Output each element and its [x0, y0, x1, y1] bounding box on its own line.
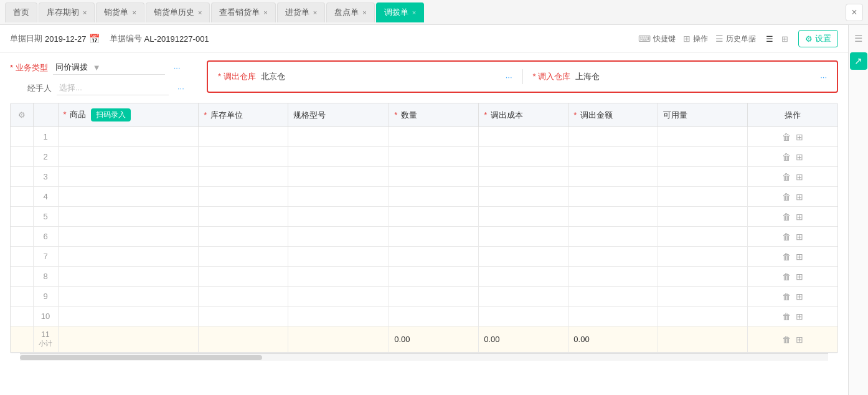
close-icon[interactable]: × [412, 9, 416, 16]
row-cost[interactable] [479, 207, 568, 227]
close-icon[interactable]: × [83, 9, 87, 16]
row-product[interactable] [58, 167, 199, 187]
calendar-icon[interactable]: 📅 [89, 34, 100, 44]
row-product[interactable] [58, 307, 199, 326]
row-qty[interactable] [389, 247, 479, 267]
row-cost[interactable] [479, 287, 568, 307]
row-spec[interactable] [288, 167, 389, 187]
row-amount[interactable] [568, 147, 658, 167]
tab-inventory-init[interactable]: 库存期初 × [39, 2, 95, 22]
row-qty[interactable] [389, 167, 479, 187]
row-amount[interactable] [568, 127, 658, 147]
row-amount[interactable] [568, 167, 658, 187]
row-product[interactable] [58, 187, 199, 207]
row-product[interactable] [58, 207, 199, 227]
tab-sales-order[interactable]: 销货单 × [96, 2, 144, 22]
tab-home[interactable]: 首页 [5, 2, 37, 22]
scrollbar-thumb[interactable] [20, 355, 262, 360]
tab-sales-history[interactable]: 销货单历史 × [146, 2, 210, 22]
row-amount[interactable] [568, 307, 658, 326]
tab-view-sales[interactable]: 查看销货单 × [211, 2, 275, 22]
row-product[interactable] [58, 127, 199, 147]
tab-inventory-check[interactable]: 盘点单 × [326, 2, 374, 22]
row-spec[interactable] [288, 267, 389, 287]
row-product[interactable] [58, 287, 199, 307]
row-spec[interactable] [288, 307, 389, 326]
row-spec[interactable] [288, 247, 389, 267]
copy-icon[interactable]: ⊞ [796, 252, 803, 262]
row-unit[interactable] [199, 127, 288, 147]
setting-button[interactable]: ⚙ 设置 [798, 30, 838, 47]
business-type-more-button[interactable]: ··· [174, 63, 181, 72]
settings-icon[interactable]: ⚙ [18, 110, 26, 120]
row-unit[interactable] [199, 267, 288, 287]
row-qty[interactable] [389, 187, 479, 207]
delete-icon[interactable]: 🗑 [782, 292, 791, 302]
scrollbar[interactable] [20, 353, 828, 361]
row-cost[interactable] [479, 167, 568, 187]
copy-icon[interactable]: ⊞ [796, 272, 803, 282]
copy-icon[interactable]: ⊞ [796, 292, 803, 302]
delete-icon[interactable]: 🗑 [782, 252, 791, 262]
delete-icon[interactable]: 🗑 [782, 152, 791, 162]
row-qty[interactable] [389, 127, 479, 147]
row-qty[interactable] [389, 207, 479, 227]
delete-icon[interactable]: 🗑 [782, 212, 791, 222]
close-icon[interactable]: × [132, 9, 136, 16]
operation-button[interactable]: ⊞ 操作 [683, 34, 708, 44]
row-qty[interactable] [389, 147, 479, 167]
layout-grid-icon[interactable]: ⊞ [778, 32, 791, 45]
tab-transfer-order[interactable]: 调拨单 × [376, 2, 424, 22]
row-unit[interactable] [199, 207, 288, 227]
row-cost[interactable] [479, 147, 568, 167]
layout-list-icon[interactable]: ☰ [763, 32, 776, 45]
delete-icon[interactable]: 🗑 [782, 172, 791, 182]
row-qty[interactable] [389, 267, 479, 287]
row-cost[interactable] [479, 187, 568, 207]
row-amount[interactable] [568, 207, 658, 227]
tab-purchase-order[interactable]: 进货单 × [277, 2, 325, 22]
delete-icon[interactable]: 🗑 [782, 132, 791, 142]
row-qty[interactable] [389, 307, 479, 326]
row-cost[interactable] [479, 127, 568, 147]
delete-icon[interactable]: 🗑 [782, 312, 791, 321]
row-spec[interactable] [288, 127, 389, 147]
row-amount[interactable] [568, 287, 658, 307]
row-product[interactable] [58, 227, 199, 247]
row-product[interactable] [58, 247, 199, 267]
delete-icon[interactable]: 🗑 [782, 232, 791, 242]
row-cost[interactable] [479, 227, 568, 247]
row-spec[interactable] [288, 227, 389, 247]
out-warehouse-more-button[interactable]: ··· [506, 72, 512, 82]
row-cost[interactable] [479, 267, 568, 287]
row-cost[interactable] [479, 307, 568, 326]
copy-icon[interactable]: ⊞ [796, 312, 803, 321]
row-product[interactable] [58, 147, 199, 167]
delete-icon[interactable]: 🗑 [782, 192, 791, 202]
close-icon[interactable]: × [313, 9, 317, 16]
person-input[interactable]: 选择... [57, 81, 169, 95]
copy-icon[interactable]: ⊞ [796, 335, 803, 345]
delete-icon[interactable]: 🗑 [782, 272, 791, 282]
copy-icon[interactable]: ⊞ [796, 232, 803, 242]
row-cost[interactable] [479, 247, 568, 267]
close-icon[interactable]: × [362, 9, 366, 16]
sidebar-export-icon[interactable]: ↗ [850, 52, 867, 70]
row-spec[interactable] [288, 207, 389, 227]
copy-icon[interactable]: ⊞ [796, 212, 803, 222]
row-unit[interactable] [199, 227, 288, 247]
row-unit[interactable] [199, 167, 288, 187]
row-unit[interactable] [199, 287, 288, 307]
copy-icon[interactable]: ⊞ [796, 132, 803, 142]
date-value[interactable]: 2019-12-27 [45, 34, 87, 44]
copy-icon[interactable]: ⊞ [796, 172, 803, 182]
shortcut-button[interactable]: ⌨ 快捷键 [638, 34, 676, 44]
row-unit[interactable] [199, 147, 288, 167]
row-qty[interactable] [389, 287, 479, 307]
row-amount[interactable] [568, 247, 658, 267]
row-amount[interactable] [568, 227, 658, 247]
row-spec[interactable] [288, 287, 389, 307]
row-unit[interactable] [199, 307, 288, 326]
row-qty[interactable] [389, 227, 479, 247]
close-icon[interactable]: × [263, 9, 267, 16]
